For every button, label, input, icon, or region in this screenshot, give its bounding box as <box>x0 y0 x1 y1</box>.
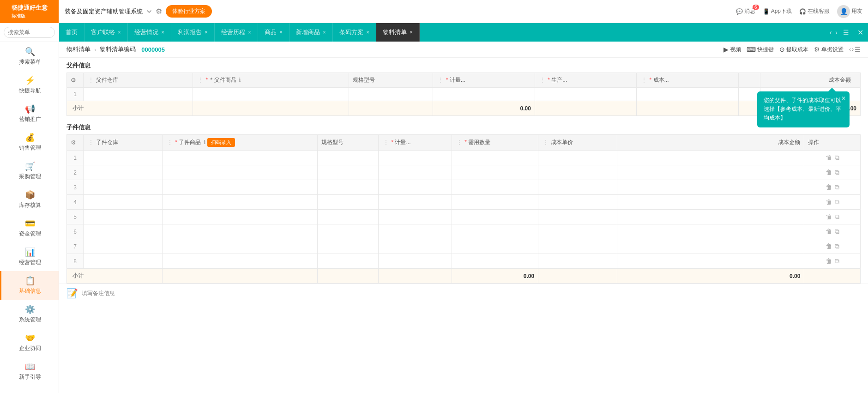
sidebar-item-purchase[interactable]: 🛒 采购管理 <box>0 157 59 185</box>
cell-warehouse[interactable] <box>84 88 193 101</box>
cell[interactable] <box>379 254 452 269</box>
tab-bom[interactable]: 物料清单 × <box>376 23 420 42</box>
delete-icon[interactable]: 🗑 <box>826 242 832 250</box>
sidebar-item-operations[interactable]: 📊 经营管理 <box>0 242 59 271</box>
cell[interactable] <box>379 195 452 210</box>
cell-child-warehouse[interactable] <box>84 151 163 165</box>
toolbar-extract-cost[interactable]: ⊙ 提取成本 <box>779 46 808 54</box>
cell-child-warehouse[interactable] <box>84 165 163 180</box>
tab-history[interactable]: 经营历程 × <box>215 23 258 42</box>
cell[interactable] <box>162 195 317 210</box>
cell[interactable] <box>318 195 379 210</box>
cell[interactable] <box>379 180 452 195</box>
tab-customer[interactable]: 客户联络 × <box>84 23 128 42</box>
cell-child-unit-cost[interactable] <box>538 151 617 165</box>
cell-child-spec[interactable] <box>318 151 379 165</box>
copy-icon[interactable]: ⧉ <box>835 228 839 236</box>
cell[interactable] <box>452 195 538 210</box>
cell-child-unit[interactable] <box>379 165 452 180</box>
sidebar-item-inventory[interactable]: 📦 库存核算 <box>0 185 59 214</box>
cell[interactable] <box>452 224 538 239</box>
cell[interactable] <box>538 224 617 239</box>
app-download-button[interactable]: 📱 App下载 <box>763 7 792 15</box>
cell-child-req-qty[interactable] <box>452 151 538 165</box>
cell[interactable] <box>538 195 617 210</box>
sidebar-item-search[interactable]: 🔍 搜索菜单 <box>0 42 59 71</box>
tab-barcode[interactable]: 条码方案 × <box>333 23 376 42</box>
cell-child-spec[interactable] <box>318 165 379 180</box>
cell-product[interactable] <box>193 88 349 101</box>
tab-new-goods[interactable]: 新增商品 × <box>289 23 333 42</box>
cell-child-unit[interactable] <box>379 151 452 165</box>
scan-input-button[interactable]: 扫码录入 <box>207 138 235 147</box>
delete-icon[interactable]: 🗑 <box>826 198 832 206</box>
copy-icon[interactable]: ⧉ <box>835 154 839 162</box>
search-input[interactable] <box>4 27 55 38</box>
tab-close-icon[interactable]: × <box>279 29 283 36</box>
cell[interactable] <box>162 239 317 254</box>
copy-icon[interactable]: ⧉ <box>835 213 839 221</box>
tab-close-icon[interactable]: × <box>248 29 251 36</box>
nav-prev-icon[interactable]: ‹ <box>828 29 834 36</box>
cell[interactable] <box>84 254 163 269</box>
copy-icon[interactable]: ⧉ <box>835 257 839 265</box>
cell[interactable] <box>162 180 317 195</box>
delete-icon[interactable]: 🗑 <box>826 169 832 176</box>
cell[interactable] <box>318 239 379 254</box>
delete-icon[interactable]: 🗑 <box>826 228 832 236</box>
cell[interactable] <box>452 254 538 269</box>
sidebar-item-system[interactable]: ⚙️ 系统管理 <box>0 300 59 328</box>
toolbar-shortcut[interactable]: ⌨ 快捷键 <box>747 46 774 54</box>
cell-child-req-qty[interactable] <box>452 165 538 180</box>
tab-close-icon[interactable]: × <box>118 29 121 36</box>
delete-icon[interactable]: 🗑 <box>826 213 832 221</box>
toolbar-view[interactable]: ▶ 视频 <box>723 46 741 54</box>
tab-close-icon[interactable]: × <box>161 29 164 36</box>
cell[interactable] <box>379 210 452 224</box>
sidebar-item-marketing[interactable]: 📢 营销推广 <box>0 99 59 128</box>
copy-icon[interactable]: ⧉ <box>835 242 839 250</box>
tab-operations[interactable]: 经营情况 × <box>128 23 171 42</box>
cell[interactable] <box>379 239 452 254</box>
left-arrow-icon[interactable]: ‹ <box>849 46 851 53</box>
sidebar-item-enterprise[interactable]: 🤝 企业协同 <box>0 328 59 357</box>
cell[interactable] <box>318 210 379 224</box>
cell[interactable] <box>538 239 617 254</box>
cell[interactable] <box>84 224 163 239</box>
cell-qty[interactable] <box>433 88 535 101</box>
delete-icon[interactable]: 🗑 <box>826 183 832 191</box>
tab-close-icon[interactable]: × <box>323 29 326 36</box>
cell[interactable] <box>452 180 538 195</box>
cell[interactable] <box>162 224 317 239</box>
tooltip-close-icon[interactable]: ✕ <box>841 94 846 103</box>
cell[interactable] <box>538 254 617 269</box>
cell[interactable] <box>162 254 317 269</box>
cell-cost[interactable] <box>637 88 738 101</box>
copy-icon[interactable]: ⧉ <box>835 183 839 191</box>
breadcrumb-item-1[interactable]: 物料清单 <box>66 45 90 54</box>
message-button[interactable]: 💬 消息 6 <box>736 7 755 15</box>
cell[interactable] <box>84 195 163 210</box>
list-view-icon[interactable]: ☰ <box>855 46 861 53</box>
sidebar-item-guide[interactable]: 📖 新手引导 <box>0 357 59 386</box>
cell-prod[interactable] <box>535 88 636 101</box>
cell[interactable] <box>318 224 379 239</box>
tab-close-icon[interactable]: × <box>205 29 208 36</box>
right-arrow-icon[interactable]: › <box>852 46 854 53</box>
cell[interactable] <box>379 224 452 239</box>
cell-child-product[interactable] <box>162 165 317 180</box>
sidebar-item-sales[interactable]: 💰 销售管理 <box>0 128 59 157</box>
cell[interactable] <box>84 239 163 254</box>
copy-icon[interactable]: ⧉ <box>835 198 839 206</box>
online-service-button[interactable]: 🎧 在线客服 <box>799 7 830 15</box>
tab-profit[interactable]: 利润报告 × <box>171 23 215 42</box>
cell[interactable] <box>452 239 538 254</box>
user-button[interactable]: 👤 用友 <box>837 5 862 18</box>
sidebar-item-quicknav[interactable]: ⚡ 快捷导航 <box>0 71 59 99</box>
settings-button[interactable]: ⚙ <box>156 7 162 16</box>
sidebar-item-basics[interactable]: 📋 基础信息 <box>0 271 59 300</box>
trial-button[interactable]: 体验行业方案 <box>166 5 212 18</box>
nav-next-icon[interactable]: › <box>833 29 839 36</box>
cell[interactable] <box>538 180 617 195</box>
cell-spec[interactable] <box>349 88 433 101</box>
